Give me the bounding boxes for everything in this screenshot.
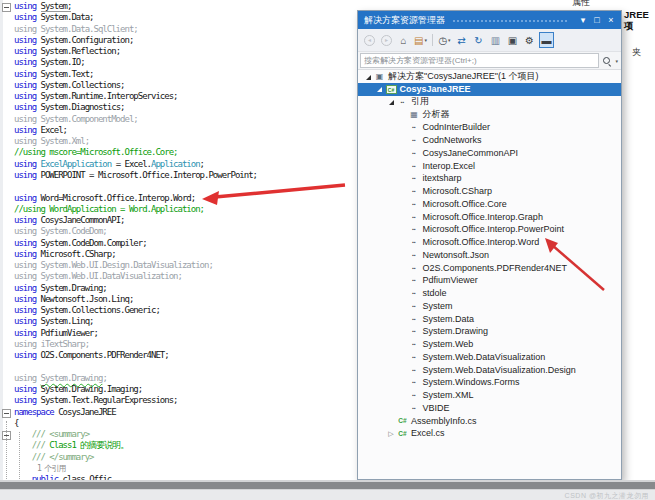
switch-views-icon[interactable]: ▤▾ xyxy=(413,32,428,48)
tree-expander-icon[interactable] xyxy=(375,84,385,94)
tree-item[interactable]: ▪▪CosysJaneCommonAPI xyxy=(358,147,621,160)
tree-item[interactable]: ▪▪Microsoft.Office.Interop.Graph xyxy=(358,210,621,223)
tree-item[interactable]: ▪▪System.Data xyxy=(358,312,621,325)
code-line[interactable]: using System.IO; xyxy=(0,57,357,68)
tree-item[interactable]: ▪▪引用 xyxy=(358,96,621,109)
code-line[interactable]: using Word=Microsoft.Office.Interop.Word… xyxy=(0,193,357,204)
solution-explorer-titlebar[interactable]: 解决方案资源管理器 ▾ □ × xyxy=(358,11,621,29)
code-line[interactable]: { xyxy=(0,418,357,429)
code-line[interactable]: 1 个引用 xyxy=(0,463,357,474)
code-line[interactable]: using System.Diagnostics; xyxy=(0,102,357,113)
code-line[interactable]: /// <summary> xyxy=(0,429,357,440)
tree-item[interactable]: ▪▪Microsoft.Office.Interop.PowerPoint xyxy=(358,223,621,236)
tree-expander-icon[interactable] xyxy=(363,71,373,81)
code-line[interactable]: using System.Configuration; xyxy=(0,35,357,46)
code-line[interactable]: namespace CosysJaneJREE xyxy=(0,407,357,418)
tree-expander-icon[interactable] xyxy=(386,97,396,107)
search-input[interactable] xyxy=(360,53,599,68)
horizontal-scrollbar-track[interactable] xyxy=(0,480,655,490)
tree-item[interactable]: ▪▪Interop.Excel xyxy=(358,159,621,172)
close-icon[interactable]: × xyxy=(604,13,618,27)
home-icon[interactable]: ⌂ xyxy=(396,32,411,48)
code-line[interactable]: using System.ComponentModel; xyxy=(0,114,357,125)
tree-item[interactable]: ▦分析器 xyxy=(358,108,621,121)
tree-item[interactable]: ▪▪System.Web.DataVisualization xyxy=(358,351,621,364)
properties-pages-icon[interactable]: ▥ xyxy=(488,32,503,48)
tree-expander-icon[interactable] xyxy=(386,428,396,438)
code-line[interactable]: using Microsoft.CSharp; xyxy=(0,249,357,260)
drag-grip[interactable] xyxy=(452,18,569,23)
code-line[interactable]: using System.Data.SqlClient; xyxy=(0,24,357,35)
tree-item[interactable]: ▪▪Microsoft.Office.Interop.Word xyxy=(358,236,621,249)
tree-item[interactable]: ▪▪VBIDE xyxy=(358,402,621,415)
tree-item[interactable]: ▪▪Microsoft.CSharp xyxy=(358,185,621,198)
tree-item[interactable]: ▪▪System.Web xyxy=(358,338,621,351)
tree-item[interactable]: C#Excel.cs xyxy=(358,427,621,440)
code-line[interactable]: using PdfiumViewer; xyxy=(0,328,357,339)
code-line[interactable] xyxy=(0,362,357,373)
tree-item[interactable]: ▪▪System.Drawing xyxy=(358,325,621,338)
code-line[interactable] xyxy=(0,181,357,192)
back-icon[interactable]: ◂ xyxy=(362,32,377,48)
code-line[interactable]: using O2S.Components.PDFRender4NET; xyxy=(0,350,357,361)
horizontal-scrollbar-thumb[interactable] xyxy=(0,482,655,489)
code-line[interactable]: using System.CodeDom; xyxy=(0,226,357,237)
code-line[interactable]: using Newtonsoft.Json.Linq; xyxy=(0,294,357,305)
tree-item[interactable]: C#CosysJaneJREE xyxy=(358,83,621,96)
code-line[interactable]: using System.Text.RegularExpressions; xyxy=(0,395,357,406)
search-options-caret-icon[interactable]: ▾ xyxy=(615,58,618,64)
tree-item[interactable]: ▣解决方案"CosysJaneJREE"(1 个项目) xyxy=(358,70,621,83)
code-line[interactable]: using System.Collections.Generic; xyxy=(0,305,357,316)
code-line[interactable]: using System.Web.UI.DataVisualization; xyxy=(0,271,357,282)
show-all-files-icon[interactable]: ▣ xyxy=(505,32,520,48)
code-line[interactable]: //using WordApplication = Word.Applicati… xyxy=(0,204,357,215)
tree-item[interactable]: ▪▪CodnNetworks xyxy=(358,134,621,147)
tree-item[interactable]: ▪▪Microsoft.Office.Core xyxy=(358,198,621,211)
tree-item[interactable]: ▪▪stdole xyxy=(358,287,621,300)
tree-item[interactable]: ▪▪System.Windows.Forms xyxy=(358,376,621,389)
wrench-icon[interactable]: ⚙ xyxy=(522,32,537,48)
code-line[interactable]: using System.Data; xyxy=(0,12,357,23)
code-line[interactable]: using System.Drawing; xyxy=(0,373,357,384)
tree-item[interactable]: ▪▪O2S.Components.PDFRender4NET xyxy=(358,261,621,274)
code-line[interactable]: using System.Linq; xyxy=(0,316,357,327)
pending-changes-filter-icon[interactable]: ◷▾ xyxy=(437,32,452,48)
code-line[interactable]: using System.Xml; xyxy=(0,136,357,147)
tree-item[interactable]: ▪▪CodnInterBuilder xyxy=(358,121,621,134)
forward-icon[interactable]: ▸ xyxy=(379,32,394,48)
code-line[interactable]: using System.Runtime.InteropServices; xyxy=(0,91,357,102)
dropdown-caret-icon[interactable]: ▾ xyxy=(424,37,427,43)
code-line[interactable]: using iTextSharp; xyxy=(0,339,357,350)
tree-item[interactable]: C#AssemblyInfo.cs xyxy=(358,414,621,427)
preview-selected-items-icon[interactable]: ▬ xyxy=(539,32,554,48)
window-menu-icon[interactable]: ▾ xyxy=(576,13,590,27)
code-line[interactable]: using System.CodeDom.Compiler; xyxy=(0,238,357,249)
code-line[interactable]: using System.Drawing; xyxy=(0,283,357,294)
code-line[interactable]: using System.Web.UI.Design.DataVisualiza… xyxy=(0,260,357,271)
tree-item[interactable]: ▪▪System.XML xyxy=(358,389,621,402)
refresh-icon[interactable]: ↻ xyxy=(471,32,486,48)
code-line[interactable]: using System.Text; xyxy=(0,69,357,80)
code-line[interactable]: /// </summary> xyxy=(0,452,357,463)
code-editor[interactable]: using System;using System.Data;using Sys… xyxy=(0,0,357,481)
code-line[interactable]: using CosysJaneCommonAPI; xyxy=(0,215,357,226)
tree-item[interactable]: ▪▪PdfiumViewer xyxy=(358,274,621,287)
tree-item[interactable]: ▪▪itextsharp xyxy=(358,172,621,185)
tree-item[interactable]: ▪▪System xyxy=(358,300,621,313)
tree-item[interactable]: ▪▪Newtonsoft.Json xyxy=(358,249,621,262)
code-line[interactable]: using System.Drawing.Imaging; xyxy=(0,384,357,395)
sync-with-active-document-icon[interactable]: ⇄ xyxy=(454,32,469,48)
code-line[interactable]: using System; xyxy=(0,1,357,12)
fold-collapse-icon[interactable] xyxy=(2,3,11,12)
code-line[interactable]: using System.Collections; xyxy=(0,80,357,91)
code-line[interactable]: using System.Reflection; xyxy=(0,46,357,57)
fold-collapse-icon[interactable] xyxy=(2,409,11,418)
code-area[interactable]: using System;using System.Data;using Sys… xyxy=(0,1,357,481)
maximize-icon[interactable]: □ xyxy=(590,13,604,27)
code-line[interactable]: /// Class1 的摘要说明。 xyxy=(0,440,357,451)
search-icon[interactable] xyxy=(601,55,613,67)
code-line[interactable]: using POWERPOINT = Microsoft.Office.Inte… xyxy=(0,170,357,181)
tree-item[interactable]: ▪▪System.Web.DataVisualization.Design xyxy=(358,363,621,376)
code-line[interactable]: using ExcelApplication = Excel.Applicati… xyxy=(0,159,357,170)
code-line[interactable]: //using mscore=Microsoft.Office.Core; xyxy=(0,147,357,158)
